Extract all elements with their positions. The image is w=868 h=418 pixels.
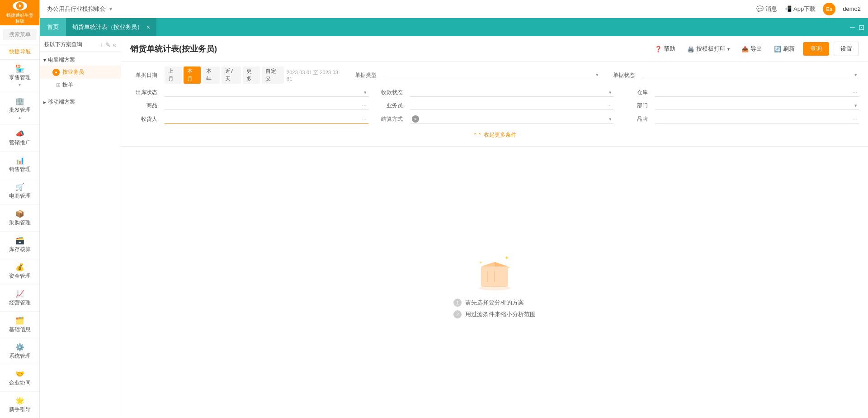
export-button[interactable]: 📤 导出 [738, 43, 766, 55]
scheme-sub-item-order[interactable]: ⊞ 按单 [40, 79, 121, 91]
brand-dots[interactable]: ··· [853, 116, 857, 122]
warehouse-control[interactable]: ··· [655, 88, 859, 97]
app-download-label: App下载 [793, 5, 816, 13]
quick-nav-item[interactable]: 快捷导航 [0, 44, 39, 60]
brand-control[interactable]: ··· [655, 115, 859, 124]
receiver-control[interactable]: ··· [165, 115, 368, 124]
sidebar-item-system[interactable]: ⚙️ 系统管理 [0, 338, 39, 365]
department-control[interactable]: ▾ [655, 102, 859, 110]
refresh-button[interactable]: 🔄 刷新 [770, 43, 798, 55]
status-filter-chevron[interactable]: ▾ [854, 72, 857, 78]
topbar-dropdown-icon[interactable]: ▾ [109, 6, 112, 12]
sidebar-search-area[interactable]: 搜索菜单 [0, 25, 39, 44]
date-tab-custom[interactable]: 自定义 [262, 66, 284, 84]
tab-close-button[interactable]: × [146, 24, 150, 31]
sidebar-item-newbie[interactable]: 🌟 新手引导 [0, 392, 39, 418]
left-panel-actions: + ✎ « [100, 41, 116, 48]
logo-icon [13, 1, 27, 10]
download-icon: 📲 [784, 5, 792, 12]
message-action[interactable]: 💬 消息 [756, 5, 777, 13]
collapse-panel-button[interactable]: « [113, 41, 116, 48]
receiver-dots[interactable]: ··· [362, 116, 367, 122]
date-tab-more[interactable]: 更多 [243, 66, 260, 84]
basic-icon: 🗂️ [15, 316, 24, 325]
left-panel-title: 按以下方案查询 [44, 41, 97, 48]
settlement-clear-button[interactable]: × [412, 115, 419, 123]
ecommerce-icon: 🛒 [15, 183, 24, 191]
edit-scheme-button[interactable]: ✎ [105, 41, 111, 48]
pay-status-control[interactable]: ▾ [410, 89, 614, 97]
print-button[interactable]: 🖨️ 按模板打印 ▾ [684, 43, 733, 55]
sidebar-item-cooperation[interactable]: 🤝 企业协同 [0, 365, 39, 392]
avatar: Ea [823, 3, 835, 15]
tab-pin-button[interactable]: ─ [850, 23, 855, 31]
goods-control[interactable]: ··· [165, 101, 368, 110]
sidebar-item-retail[interactable]: 🏪 零售管理 ▾ [0, 60, 39, 92]
refresh-icon: 🔄 [774, 46, 781, 52]
warehouse-dots[interactable]: ··· [853, 89, 857, 95]
sidebar-item-inventory[interactable]: 🗃️ 库存核算 [0, 232, 39, 258]
sidebar-item-purchase[interactable]: 📦 采购管理 [0, 205, 39, 232]
pay-status-chevron[interactable]: ▾ [609, 90, 612, 95]
status-filter-control[interactable]: ▾ [642, 71, 859, 79]
date-tab-last-month[interactable]: 上月 [165, 66, 182, 84]
purchase-icon: 📦 [15, 209, 24, 218]
topbar-title: 办公用品行业模拟账套 [47, 5, 106, 13]
sidebar-item-operations[interactable]: 📈 经营管理 [0, 285, 39, 312]
sidebar-item-wholesale[interactable]: 🏢 批发管理 ▴ [0, 92, 39, 125]
scheme-item-salesman[interactable]: ● 按业务员 [40, 66, 121, 79]
settings-button[interactable]: 设置 [834, 42, 859, 56]
sidebar-item-sales[interactable]: 📊 销售管理 [0, 152, 39, 178]
scheme-group-desktop-toggle[interactable]: ▾ 电脑端方案 [40, 54, 121, 66]
scheme-item-salesman-label: 按业务员 [62, 68, 84, 76]
out-status-chevron[interactable]: ▾ [364, 90, 367, 95]
chevron-right-icon: ▸ [43, 99, 46, 105]
add-scheme-button[interactable]: + [100, 41, 104, 48]
topbar-left: 办公用品行业模拟账套 ▾ [47, 5, 112, 13]
collapse-label: 收起更多条件 [484, 131, 516, 139]
goods-label: 商品 [130, 102, 157, 109]
out-status-control[interactable]: ▾ [165, 89, 368, 97]
tab-restore-button[interactable]: ⊡ [859, 23, 864, 32]
scheme-group-mobile-toggle[interactable]: ▸ 移动端方案 [40, 96, 121, 108]
goods-dots[interactable]: ··· [362, 102, 367, 109]
receiver-label: 收货人 [130, 115, 157, 123]
type-filter-chevron[interactable]: ▾ [596, 72, 599, 78]
sidebar-item-ecommerce[interactable]: 🛒 电商管理 [0, 178, 39, 205]
marketing-icon: 📣 [15, 129, 24, 138]
sidebar-item-finance[interactable]: 💰 资金管理 [0, 258, 39, 285]
inventory-icon: 🗃️ [15, 236, 24, 245]
chevron-up-icon: ▴ [19, 115, 21, 120]
date-tab-this-month[interactable]: 本月 [184, 66, 201, 84]
page-actions: ❓ 帮助 🖨️ 按模板打印 ▾ 📤 导出 � [651, 42, 859, 56]
sidebar-item-finance-label: 资金管理 [9, 272, 31, 280]
hint-number-2: 2 [453, 310, 462, 318]
sidebar-item-marketing[interactable]: 📣 营销推广 [0, 125, 39, 152]
collapse-more-conditions-button[interactable]: ⌃⌃ 收起更多条件 [130, 128, 859, 142]
salesman-dots[interactable]: ··· [607, 102, 612, 109]
type-filter-control[interactable]: ▾ [384, 71, 601, 79]
date-tab-this-year[interactable]: 本年 [203, 66, 220, 84]
salesman-control[interactable]: ··· [410, 101, 614, 110]
help-button[interactable]: ❓ 帮助 [651, 43, 679, 55]
date-filter-label: 单据日期 [130, 71, 157, 79]
tab-home-label: 首页 [47, 23, 59, 31]
search-input-placeholder[interactable]: 搜索菜单 [3, 29, 37, 40]
query-button[interactable]: 查询 [803, 42, 829, 56]
pay-status-label: 收款状态 [376, 89, 403, 96]
settlement-chevron[interactable]: ▾ [609, 116, 612, 122]
sidebar-item-inventory-label: 库存核算 [9, 246, 31, 253]
message-icon: 💬 [756, 5, 764, 12]
settings-label: 设置 [840, 45, 852, 53]
sidebar-item-basic[interactable]: 🗂️ 基础信息 [0, 312, 39, 338]
username: demo2 [843, 5, 861, 12]
date-tab-7days[interactable]: 近7天 [222, 66, 241, 84]
hint-number-1: 1 [453, 299, 462, 307]
tab-active[interactable]: 销货单统计表（按业务员） × [66, 18, 156, 36]
settlement-control[interactable]: × ▾ [410, 114, 614, 124]
tab-home[interactable]: 首页 [40, 18, 66, 36]
app-download-action[interactable]: 📲 App下载 [784, 5, 816, 13]
sidebar-item-cooperation-label: 企业协同 [9, 379, 31, 387]
svg-marker-1 [481, 262, 495, 266]
department-chevron[interactable]: ▾ [854, 103, 857, 109]
